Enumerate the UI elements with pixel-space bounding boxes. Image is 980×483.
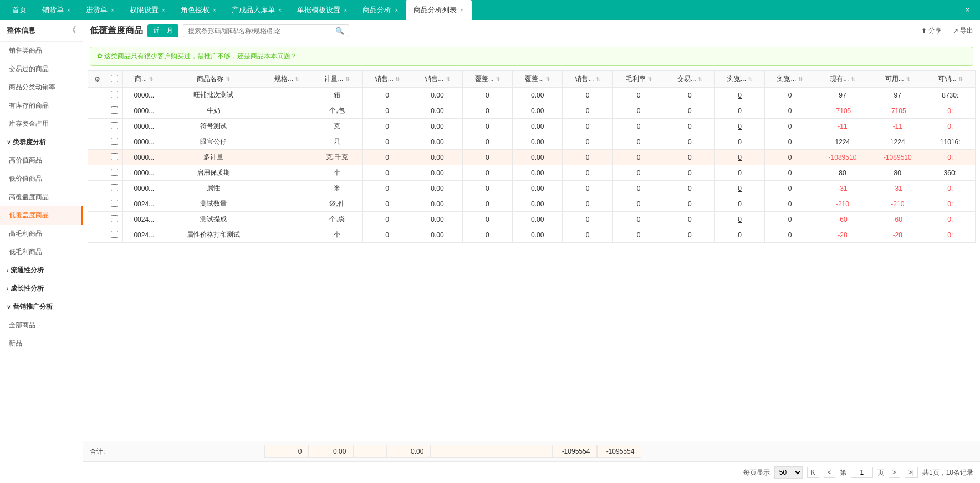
sidebar-item-category-turnover[interactable]: 商品分类动销率 xyxy=(0,78,83,96)
sidebar-item-low-coverage[interactable]: 低覆盖度商品 xyxy=(0,206,83,225)
sidebar-item-high-coverage[interactable]: 高覆盖度商品 xyxy=(0,188,83,206)
sidebar-group-cluster[interactable]: ∨类群度分析 xyxy=(0,133,83,151)
row-settings[interactable] xyxy=(88,181,106,196)
settings-col-header[interactable]: ⚙ xyxy=(88,71,106,88)
nav-product-analysis-list[interactable]: 商品分析列表 × xyxy=(406,0,471,20)
row-settings[interactable] xyxy=(88,227,106,243)
row-select-checkbox[interactable] xyxy=(111,91,118,98)
row-checkbox[interactable] xyxy=(106,165,123,181)
sort-icon[interactable]: ⇅ xyxy=(226,76,230,82)
sort-icon[interactable]: ⇅ xyxy=(446,76,450,82)
close-icon[interactable]: × xyxy=(395,7,398,13)
sort-icon[interactable]: ⇅ xyxy=(149,76,153,82)
row-select-checkbox[interactable] xyxy=(111,106,118,114)
row-browse1[interactable]: 0 xyxy=(714,103,764,119)
next-page-button[interactable]: > xyxy=(889,467,900,478)
row-select-checkbox[interactable] xyxy=(111,153,118,160)
browse2-col-header[interactable]: 浏览... ⇅ xyxy=(765,71,815,88)
sales2-col-header[interactable]: 销售... ⇅ xyxy=(412,71,462,88)
sidebar-item-all-goods[interactable]: 全部商品 xyxy=(0,316,83,334)
browse-link[interactable]: 0 xyxy=(738,91,742,99)
row-browse1[interactable]: 0 xyxy=(714,165,764,181)
close-icon[interactable]: × xyxy=(213,7,216,13)
share-button[interactable]: ⬆ 分享 xyxy=(921,26,942,35)
row-select-checkbox[interactable] xyxy=(111,122,118,129)
browse-link[interactable]: 0 xyxy=(738,138,742,146)
browse-link[interactable]: 0 xyxy=(738,154,742,161)
row-checkbox[interactable] xyxy=(106,103,123,119)
sort-icon[interactable]: ⇅ xyxy=(748,76,752,82)
browse-link[interactable]: 0 xyxy=(738,231,742,239)
row-settings[interactable] xyxy=(88,165,106,181)
page-number-input[interactable] xyxy=(851,467,873,478)
row-select-checkbox[interactable] xyxy=(111,184,118,191)
sort-icon[interactable]: ⇅ xyxy=(798,76,803,82)
sidebar-item-high-value[interactable]: 高价值商品 xyxy=(0,151,83,170)
row-settings[interactable] xyxy=(88,103,106,119)
browse-link[interactable]: 0 xyxy=(738,123,742,130)
row-browse1[interactable]: 0 xyxy=(714,212,764,227)
row-select-checkbox[interactable] xyxy=(111,138,118,145)
browse1-col-header[interactable]: 浏览... ⇅ xyxy=(714,71,764,88)
sort-icon[interactable]: ⇅ xyxy=(958,76,963,82)
sort-icon[interactable]: ⇅ xyxy=(345,76,350,82)
row-browse1[interactable]: 0 xyxy=(714,150,764,165)
row-settings[interactable] xyxy=(88,196,106,212)
row-browse1[interactable]: 0 xyxy=(714,134,764,150)
code-col-header[interactable]: 商... ⇅ xyxy=(123,71,165,88)
close-icon[interactable]: × xyxy=(111,7,114,13)
browse-link[interactable]: 0 xyxy=(738,185,742,192)
select-all-checkbox[interactable] xyxy=(111,75,118,82)
row-settings[interactable] xyxy=(88,88,106,103)
sort-icon[interactable]: ⇅ xyxy=(851,76,855,82)
available-col-header[interactable]: 可用... ⇅ xyxy=(870,71,925,88)
time-filter-button[interactable]: 近一月 xyxy=(147,24,178,37)
sidebar-item-sales-goods[interactable]: 销售类商品 xyxy=(0,42,83,60)
row-checkbox[interactable] xyxy=(106,119,123,134)
per-page-select[interactable]: 50 100 200 xyxy=(774,466,803,479)
row-checkbox[interactable] xyxy=(106,212,123,227)
sidebar-item-new-goods[interactable]: 新品 xyxy=(0,334,83,353)
row-checkbox[interactable] xyxy=(106,181,123,196)
sort-icon[interactable]: ⇅ xyxy=(395,76,400,82)
cover1-col-header[interactable]: 覆盖... ⇅ xyxy=(462,71,512,88)
sort-icon[interactable]: ⇅ xyxy=(698,76,702,82)
row-browse1[interactable]: 0 xyxy=(714,196,764,212)
row-checkbox[interactable] xyxy=(106,150,123,165)
prev-page-button[interactable]: < xyxy=(824,467,835,478)
row-select-checkbox[interactable] xyxy=(111,169,118,176)
nav-template[interactable]: 单据模板设置 × xyxy=(289,0,355,20)
nav-home[interactable]: 首页 xyxy=(4,0,34,20)
row-checkbox[interactable] xyxy=(106,88,123,103)
row-select-checkbox[interactable] xyxy=(111,215,118,222)
sidebar-item-low-margin[interactable]: 低毛利商品 xyxy=(0,243,83,261)
sort-icon[interactable]: ⇅ xyxy=(647,76,652,82)
close-icon[interactable]: × xyxy=(344,7,347,13)
trade-col-header[interactable]: 交易... ⇅ xyxy=(665,71,714,88)
row-settings[interactable] xyxy=(88,150,106,165)
grossrate-col-header[interactable]: 毛利率 ⇅ xyxy=(612,71,665,88)
nav-permissions[interactable]: 权限设置 × xyxy=(122,0,173,20)
row-settings[interactable] xyxy=(88,119,106,134)
close-icon[interactable]: × xyxy=(278,7,282,13)
sort-icon[interactable]: ⇅ xyxy=(496,76,500,82)
browse-link[interactable]: 0 xyxy=(738,107,742,115)
name-col-header[interactable]: 商品名称 ⇅ xyxy=(165,71,262,88)
saleable-col-header[interactable]: 可销... ⇅ xyxy=(925,71,976,88)
search-input[interactable] xyxy=(188,27,333,35)
close-icon[interactable]: × xyxy=(162,7,165,13)
nav-sales[interactable]: 销货单 × xyxy=(34,0,78,20)
sidebar-item-stocked-goods[interactable]: 有库存的商品 xyxy=(0,96,83,115)
row-select-checkbox[interactable] xyxy=(111,231,118,238)
unit-col-header[interactable]: 计量... ⇅ xyxy=(312,71,362,88)
checkbox-col-header[interactable] xyxy=(106,71,123,88)
sales3-col-header[interactable]: 销售... ⇅ xyxy=(563,71,612,88)
spec-col-header[interactable]: 规格... ⇅ xyxy=(262,71,312,88)
close-icon[interactable]: × xyxy=(460,7,463,13)
row-checkbox[interactable] xyxy=(106,196,123,212)
row-browse1[interactable]: 0 xyxy=(714,88,764,103)
gear-icon[interactable]: ⚙ xyxy=(94,75,100,83)
browse-link[interactable]: 0 xyxy=(738,200,742,208)
first-page-button[interactable]: K xyxy=(807,467,819,478)
sort-icon[interactable]: ⇅ xyxy=(545,76,550,82)
